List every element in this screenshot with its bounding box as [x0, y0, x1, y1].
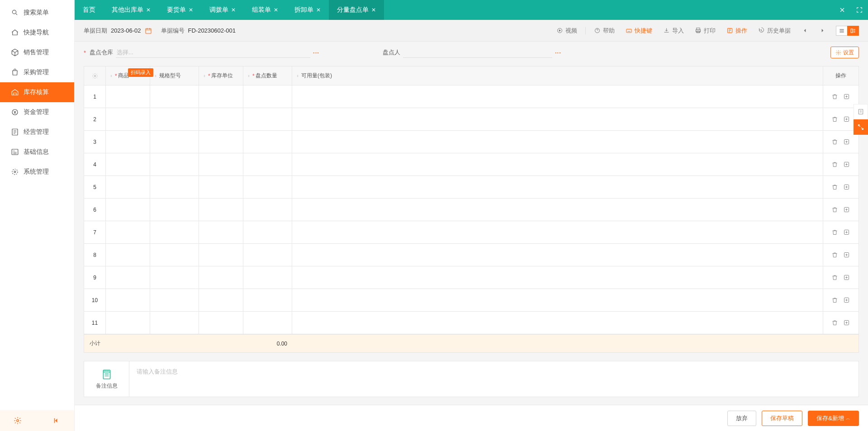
row-delete-icon[interactable] — [831, 297, 839, 304]
doc-date-value[interactable]: 2023-06-02 — [111, 27, 141, 34]
tab-close-icon[interactable]: ✕ — [146, 7, 151, 13]
svg-point-7 — [17, 420, 19, 422]
table-row[interactable]: 9 — [84, 266, 859, 289]
rail-doc-icon[interactable] — [854, 104, 868, 119]
tab-weight-check[interactable]: 分量盘点单✕ — [329, 0, 384, 20]
grid-header: *商品 扫码录入 规格型号 *库存单位 *盘点数量 可用量(包装) 操作 — [84, 66, 859, 85]
row-add-icon[interactable] — [843, 319, 850, 327]
warehouse-lookup-icon[interactable]: ··· — [313, 49, 319, 56]
tab-transfer[interactable]: 调拨单✕ — [201, 0, 244, 20]
person-field: 盘点人 ··· — [383, 47, 561, 58]
import-link[interactable]: 导入 — [659, 24, 688, 37]
table-row[interactable]: 1 — [84, 85, 859, 108]
calendar-icon[interactable] — [145, 27, 152, 34]
warehouse-input[interactable] — [116, 47, 310, 58]
table-row[interactable]: 10 — [84, 289, 859, 312]
history-prev-icon[interactable] — [798, 24, 812, 37]
row-delete-icon[interactable] — [831, 274, 839, 281]
row-delete-icon[interactable] — [831, 138, 839, 146]
history-link[interactable]: 历史单据 — [754, 24, 794, 37]
table-row[interactable]: 6 — [84, 199, 859, 221]
view-list-icon[interactable] — [836, 26, 848, 36]
grid: *商品 扫码录入 规格型号 *库存单位 *盘点数量 可用量(包装) 操作 123… — [84, 66, 859, 353]
row-add-icon[interactable] — [843, 116, 850, 123]
table-row[interactable]: 2 — [84, 108, 859, 131]
settings-gear-icon[interactable] — [14, 417, 22, 425]
table-row[interactable]: 7 — [84, 221, 859, 244]
col-qty[interactable]: *盘点数量 — [243, 66, 292, 85]
tab-home[interactable]: 首页 — [75, 0, 104, 20]
sidebar-item-sales[interactable]: 销售管理 — [0, 43, 74, 62]
row-add-icon[interactable] — [843, 138, 850, 146]
table-row[interactable]: 11 — [84, 312, 859, 334]
col-avail[interactable]: 可用量(包装) — [292, 66, 823, 85]
person-input[interactable] — [403, 47, 552, 58]
tab-assemble[interactable]: 组装单✕ — [244, 0, 286, 20]
row-add-icon[interactable] — [843, 251, 850, 259]
tab-close-icon[interactable]: ✕ — [316, 7, 321, 13]
table-row[interactable]: 5 — [84, 176, 859, 199]
sidebar-item-system[interactable]: 系统管理 — [0, 162, 74, 182]
row-delete-icon[interactable] — [831, 93, 839, 100]
view-form-icon[interactable] — [847, 26, 859, 36]
row-delete-icon[interactable] — [831, 251, 839, 259]
sidebar-item-purchase[interactable]: 采购管理 — [0, 62, 74, 82]
footer-bar: 放弃 保存草稿 保存&新增︿ — [75, 405, 868, 431]
svg-rect-31 — [103, 370, 110, 379]
warehouse-field: * 盘点仓库 ··· — [84, 47, 319, 58]
grid-settings-button[interactable]: 设置 — [830, 47, 859, 58]
grid-gear-icon[interactable] — [84, 66, 106, 85]
remark-input[interactable] — [129, 361, 859, 397]
discard-button[interactable]: 放弃 — [727, 411, 756, 426]
sidebar-item-search[interactable]: 搜索菜单 — [0, 3, 74, 23]
row-delete-icon[interactable] — [831, 229, 839, 236]
video-link[interactable]: 视频 — [553, 24, 581, 37]
tab-close-icon[interactable]: ✕ — [274, 7, 278, 13]
operate-link[interactable]: 操作 — [723, 24, 751, 37]
row-add-icon[interactable] — [843, 206, 850, 213]
history-next-icon[interactable] — [816, 24, 830, 37]
col-unit[interactable]: *库存单位 — [199, 66, 243, 85]
row-add-icon[interactable] — [843, 297, 850, 304]
table-row[interactable]: 8 — [84, 244, 859, 266]
tab-close-icon[interactable]: ✕ — [231, 7, 236, 13]
svg-point-5 — [12, 169, 18, 175]
person-lookup-icon[interactable]: ··· — [555, 49, 561, 56]
sidebar-item-manage[interactable]: 经营管理 — [0, 122, 74, 142]
sidebar-item-nav[interactable]: 快捷导航 — [0, 23, 74, 43]
save-add-button[interactable]: 保存&新增︿ — [808, 411, 859, 426]
rail-expand-icon[interactable] — [854, 119, 868, 135]
svg-rect-8 — [54, 418, 55, 423]
tab-request[interactable]: 要货单✕ — [159, 0, 201, 20]
table-row[interactable]: 3 — [84, 131, 859, 153]
tab-other-out[interactable]: 其他出库单✕ — [104, 0, 159, 20]
subtotal-label: 小计 — [84, 335, 106, 352]
close-all-icon[interactable] — [834, 0, 851, 20]
col-name[interactable]: *商品 扫码录入 — [106, 66, 150, 85]
sidebar-item-inventory[interactable]: 库存核算 — [0, 82, 74, 102]
scan-badge[interactable]: 扫码录入 — [128, 68, 153, 77]
row-add-icon[interactable] — [843, 229, 850, 236]
row-add-icon[interactable] — [843, 161, 850, 168]
row-delete-icon[interactable] — [831, 206, 839, 213]
row-delete-icon[interactable] — [831, 184, 839, 191]
save-draft-button[interactable]: 保存草稿 — [762, 411, 802, 426]
fullscreen-icon[interactable] — [851, 0, 868, 20]
table-row[interactable]: 4 — [84, 153, 859, 176]
print-link[interactable]: 打印 — [691, 24, 719, 37]
row-add-icon[interactable] — [843, 184, 850, 191]
sidebar-item-base[interactable]: 基础信息 — [0, 142, 74, 162]
row-delete-icon[interactable] — [831, 161, 839, 168]
help-link[interactable]: 帮助 — [590, 24, 618, 37]
shortcut-link[interactable]: 快捷键 — [622, 24, 656, 37]
tab-close-icon[interactable]: ✕ — [371, 7, 376, 13]
col-spec[interactable]: 规格型号 — [150, 66, 199, 85]
sidebar-item-funds[interactable]: 资金管理 — [0, 102, 74, 122]
row-delete-icon[interactable] — [831, 319, 839, 327]
tab-close-icon[interactable]: ✕ — [189, 7, 193, 13]
collapse-icon[interactable] — [52, 417, 61, 425]
tab-disassemble[interactable]: 拆卸单✕ — [286, 0, 329, 20]
row-delete-icon[interactable] — [831, 116, 839, 123]
row-add-icon[interactable] — [843, 274, 850, 281]
row-add-icon[interactable] — [843, 93, 850, 100]
